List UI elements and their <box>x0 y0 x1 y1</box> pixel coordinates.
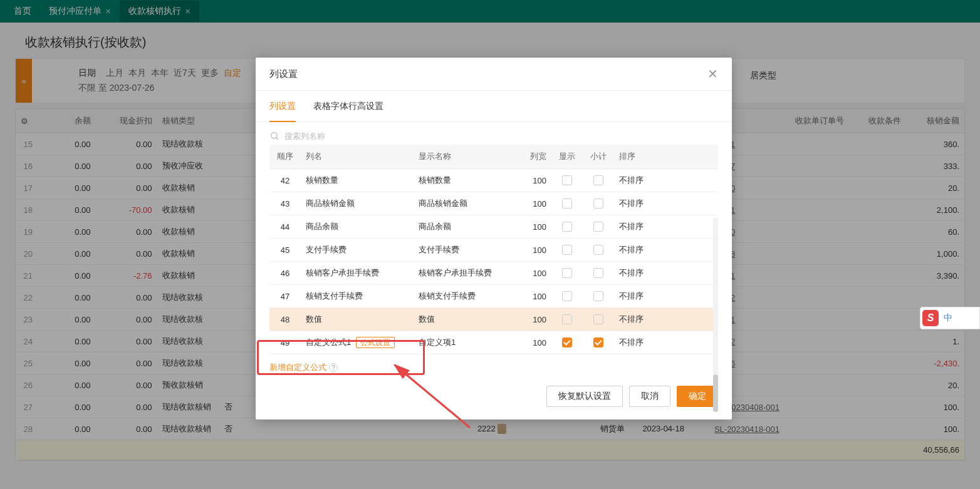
modal-title: 列设置 <box>269 68 298 80</box>
column-row[interactable]: 49自定义公式1 公式设置自定义项1100不排序 <box>269 331 718 354</box>
modal-scrollbar[interactable] <box>713 218 718 412</box>
show-checkbox[interactable] <box>562 337 572 347</box>
th-sort: 排序 <box>614 145 718 169</box>
modal-tab-columns[interactable]: 列设置 <box>269 101 296 122</box>
th-width: 列宽 <box>520 145 551 169</box>
subtotal-checkbox[interactable] <box>593 337 603 347</box>
column-row[interactable]: 47核销支付手续费核销支付手续费100不排序 <box>269 285 718 308</box>
svg-line-1 <box>276 138 278 140</box>
search-icon <box>269 131 279 141</box>
subtotal-checkbox[interactable] <box>593 268 603 278</box>
show-checkbox[interactable] <box>562 175 572 185</box>
subtotal-checkbox[interactable] <box>593 222 603 232</box>
svg-point-0 <box>271 133 277 138</box>
column-row[interactable]: 44商品余额商品余额100不排序 <box>269 215 718 239</box>
cancel-button[interactable]: 取消 <box>629 386 670 407</box>
column-settings-modal: 列设置 ✕ 列设置 表格字体行高设置 顺序 列名 显示名称 列宽 显示 小计 排… <box>256 58 732 420</box>
ok-button[interactable]: 确定 <box>677 386 718 407</box>
show-checkbox[interactable] <box>562 245 572 255</box>
show-checkbox[interactable] <box>562 222 572 232</box>
column-row[interactable]: 46核销客户承担手续费核销客户承担手续费100不排序 <box>269 262 718 285</box>
reset-defaults-button[interactable]: 恢复默认设置 <box>546 386 623 407</box>
th-sub: 小计 <box>583 145 614 169</box>
column-row[interactable]: 43商品核销金额商品核销金额100不排序 <box>269 192 718 215</box>
ime-indicator[interactable]: S 中 <box>920 307 980 329</box>
th-show: 显示 <box>551 145 583 169</box>
column-search-input[interactable] <box>284 131 718 141</box>
subtotal-checkbox[interactable] <box>593 245 603 255</box>
column-row[interactable]: 45支付手续费支付手续费100不排序 <box>269 239 718 262</box>
subtotal-checkbox[interactable] <box>593 291 603 301</box>
add-custom-formula-link[interactable]: 新增自定义公式? <box>256 354 732 376</box>
column-row[interactable]: 42核销数量核销数量100不排序 <box>269 169 718 192</box>
show-checkbox[interactable] <box>562 314 572 324</box>
show-checkbox[interactable] <box>562 268 572 278</box>
subtotal-checkbox[interactable] <box>593 314 603 324</box>
th-disp: 显示名称 <box>414 145 520 169</box>
modal-close-button[interactable]: ✕ <box>707 68 718 80</box>
th-seq: 顺序 <box>269 145 301 169</box>
column-search <box>256 122 732 145</box>
modal-tab-font[interactable]: 表格字体行高设置 <box>313 101 383 121</box>
ime-mode: 中 <box>944 312 952 324</box>
show-checkbox[interactable] <box>562 198 572 208</box>
show-checkbox[interactable] <box>562 291 572 301</box>
column-row[interactable]: 48数值数值100不排序 <box>269 308 718 331</box>
th-name: 列名 <box>301 145 414 169</box>
subtotal-checkbox[interactable] <box>593 198 603 208</box>
formula-settings-button[interactable]: 公式设置 <box>356 337 395 348</box>
ime-logo-icon: S <box>922 310 939 326</box>
help-icon[interactable]: ? <box>329 363 338 372</box>
subtotal-checkbox[interactable] <box>593 175 603 185</box>
